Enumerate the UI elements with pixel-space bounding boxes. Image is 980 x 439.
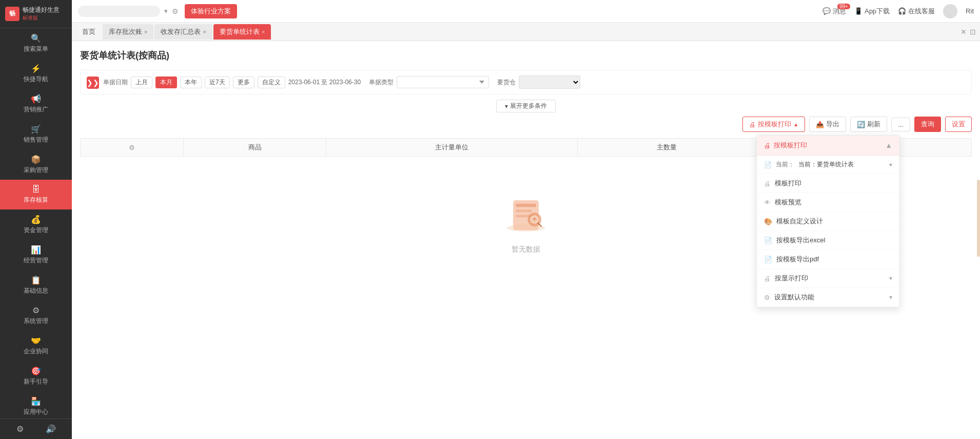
export-label: 导出	[826, 120, 839, 129]
expand-label: 展开更多条件	[510, 102, 547, 110]
date-range-display: 2023-06-01 至 2023-06-30	[288, 78, 361, 87]
tab-close-icon[interactable]: ×	[262, 29, 265, 35]
template-preview-item[interactable]: 👁 模板预览	[757, 193, 899, 212]
sidebar-item-label: 快捷导航	[24, 75, 48, 84]
empty-text: 暂无数据	[512, 245, 540, 254]
collab-icon: 🤝	[31, 336, 41, 346]
sidebar-item-label: 系统管理	[24, 317, 48, 326]
tab-close-icon[interactable]: ×	[144, 29, 147, 35]
print-dropdown-close-btn[interactable]: ▲	[885, 141, 892, 149]
tab-home[interactable]: 首页	[76, 24, 102, 40]
template-excel-label: 按模板导出excel	[776, 236, 825, 245]
current-template-item[interactable]: 📄 当前： 当前：要货单统计表 ▾	[757, 156, 899, 174]
tab-inventory-batch[interactable]: 库存批次账 ×	[103, 24, 153, 40]
settings-btn[interactable]: 设置	[945, 117, 972, 132]
sidebar-item-basic[interactable]: 📋 基础信息	[0, 270, 72, 300]
sidebar-item-quick-nav[interactable]: ⚡ 快捷导航	[0, 59, 72, 89]
system-icon: ⚙	[32, 306, 40, 315]
more-btn[interactable]: ...	[891, 118, 910, 131]
tab-bar-close-icon[interactable]: ✕	[961, 28, 967, 36]
current-template-arrow: ▾	[889, 161, 892, 168]
date-btn-current-year[interactable]: 本年	[180, 77, 202, 88]
refresh-label: 刷新	[867, 120, 880, 129]
print-dropdown-title-icon: 🖨	[764, 142, 771, 149]
date-btn-last-month[interactable]: 上月	[131, 77, 152, 88]
business-icon: 📊	[31, 245, 41, 255]
table-col-unit: 主计量单位	[326, 139, 578, 157]
print-dropdown-header: 🖨 按模板打印 ▲	[757, 136, 899, 156]
app-edition: 标准版	[23, 14, 60, 22]
display-print-arrow: ▾	[889, 275, 892, 282]
search-dropdown-icon[interactable]: ▾	[164, 7, 168, 15]
template-excel-item[interactable]: 📄 按模板导出excel	[757, 231, 899, 250]
display-print-section[interactable]: 🖨 按显示打印 ▾	[757, 269, 899, 288]
action-bar: 🖨 按模板打印 ▲ 📤 导出 🔄 刷新 ... 查询 设置 🖨	[80, 117, 972, 132]
tab-bar: 首页 库存批次账 × 收发存汇总表 × 要货单统计表 × ✕ ⊡	[72, 23, 980, 41]
online-service-button[interactable]: 🎧 在线客服	[898, 7, 935, 16]
basic-icon: 📋	[31, 275, 41, 285]
sidebar-bottom: ⚙ 🔊	[0, 418, 72, 439]
search-input[interactable]	[78, 6, 160, 17]
refresh-btn[interactable]: 🔄 刷新	[850, 117, 887, 132]
expand-more-btn[interactable]: ▾ 展开更多条件	[496, 100, 556, 112]
template-design-item[interactable]: 🎨 模板自定义设计	[757, 212, 899, 231]
template-design-icon: 🎨	[764, 218, 772, 225]
settings-icon[interactable]: ⚙	[172, 7, 179, 15]
sidebar-item-marketing[interactable]: 📢 营销推广	[0, 89, 72, 119]
print-icon: 🖨	[749, 121, 756, 128]
sidebar-item-collab[interactable]: 🤝 企业协同	[0, 331, 72, 361]
display-print-icon: 🖨	[764, 275, 771, 282]
template-print-item[interactable]: 🖨 模板打印	[757, 174, 899, 193]
sidebar-item-search[interactable]: 🔍 搜索菜单	[0, 28, 72, 59]
sidebar-item-label: 搜索菜单	[24, 45, 48, 53]
template-preview-label: 模板预览	[775, 198, 801, 207]
user-avatar[interactable]	[943, 4, 957, 18]
sidebar-item-label: 新手引导	[24, 377, 48, 386]
query-btn[interactable]: 查询	[914, 117, 941, 132]
tab-close-icon[interactable]: ×	[203, 29, 206, 35]
sidebar-item-finance[interactable]: 💰 资金管理	[0, 209, 72, 240]
tab-order-stats[interactable]: 要货单统计表 ×	[213, 24, 271, 40]
settings-bottom-icon[interactable]: ⚙	[16, 424, 24, 434]
message-icon: 💬	[822, 7, 831, 15]
type-filter-select[interactable]	[397, 76, 489, 88]
export-icon: 📤	[816, 121, 824, 128]
type-filter-label: 单据类型	[369, 78, 394, 87]
sidebar-item-guide[interactable]: 🎯 新手引导	[0, 361, 72, 391]
audio-icon[interactable]: 🔊	[46, 424, 56, 434]
export-btn[interactable]: 📤 导出	[809, 117, 846, 132]
date-btn-current-month[interactable]: 本月	[155, 77, 177, 88]
sidebar-item-label: 资金管理	[24, 226, 48, 235]
print-dropdown-title-label: 按模板打印	[774, 141, 807, 150]
print-template-btn[interactable]: 🖨 按模板打印 ▲	[742, 117, 805, 132]
sidebar-item-label: 经营管理	[24, 256, 48, 265]
filter-collapse-btn[interactable]: ❯❯	[87, 77, 99, 89]
tab-bar-expand-icon[interactable]: ⊡	[970, 28, 976, 36]
sidebar-item-label: 企业协同	[24, 347, 48, 356]
app-download-button[interactable]: 📱 App下载	[854, 7, 890, 16]
template-pdf-item[interactable]: 📄 按模板导出pdf	[757, 250, 899, 269]
sidebar-item-sales[interactable]: 🛒 销售管理	[0, 119, 72, 149]
table-settings-icon[interactable]: ⚙	[129, 144, 135, 151]
sidebar-item-business[interactable]: 📊 经营管理	[0, 240, 72, 270]
scroll-indicator[interactable]	[977, 180, 980, 257]
trial-button[interactable]: 体验行业方案	[185, 4, 237, 18]
date-btn-7days[interactable]: 近7天	[205, 77, 230, 88]
sidebar-item-system[interactable]: ⚙ 系统管理	[0, 300, 72, 331]
date-btn-custom[interactable]: 自定义	[258, 77, 285, 88]
sidebar-item-appstore[interactable]: 🏪 应用中心	[0, 391, 72, 418]
warehouse-filter-select[interactable]	[519, 75, 580, 89]
message-button[interactable]: 💬 消息 99+	[822, 7, 846, 16]
appstore-icon: 🏪	[31, 396, 41, 406]
tab-receipt-summary[interactable]: 收发存汇总表 ×	[154, 24, 212, 40]
default-func-section[interactable]: ⚙ 设置默认功能 ▾	[757, 288, 899, 307]
topbar-right: 💬 消息 99+ 📱 App下载 🎧 在线客服 Rit	[822, 4, 974, 18]
sidebar-item-purchase[interactable]: 📦 采购管理	[0, 149, 72, 180]
date-btn-more[interactable]: 更多	[233, 77, 254, 88]
tab-label: 要货单统计表	[220, 27, 260, 36]
app-name: 畅捷通好生意	[23, 6, 60, 14]
template-pdf-icon: 📄	[764, 256, 772, 263]
sidebar-item-inventory[interactable]: 🗄 库存核算	[0, 180, 72, 209]
sidebar-item-label: 采购管理	[24, 166, 48, 175]
app-logo: 畅 畅捷通好生意 标准版	[0, 0, 72, 28]
